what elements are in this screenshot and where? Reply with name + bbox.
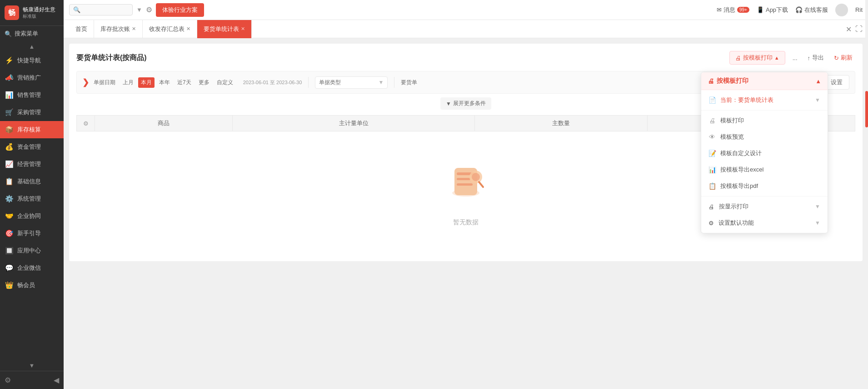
member-icon: 👑 <box>5 281 14 289</box>
sidebar-search-item[interactable]: 🔍 搜索菜单 <box>0 26 64 41</box>
sidebar-item-guide[interactable]: 🎯 新手引导 <box>0 225 64 242</box>
empty-illustration <box>443 159 489 213</box>
sidebar-scroll-down[interactable]: ▼ <box>0 360 64 371</box>
page-title: 要货单统计表(按商品) <box>76 53 147 63</box>
trial-btn[interactable]: 体验行业方案 <box>156 3 204 17</box>
tab-close-batch[interactable]: ✕ <box>132 26 136 32</box>
dropdown-item-template-preview[interactable]: 👁 模板预览 <box>701 129 828 145</box>
table-col-unit: 主计量单位 <box>232 116 475 131</box>
app-download-icon: 📱 <box>757 6 764 13</box>
page-content: 要货单统计表(按商品) 🖨 按模板打印 ▲ ... ↑ 导出 <box>64 38 868 389</box>
export-btn[interactable]: ↑ 导出 <box>805 52 827 64</box>
dropdown-item-template-custom[interactable]: 📝 模板自定义设计 <box>701 145 828 162</box>
dropdown-item-export-pdf[interactable]: 📋 按模板导出pdf <box>701 178 828 194</box>
table-settings-icon[interactable]: ⚙ <box>83 120 89 127</box>
date-btn-custom[interactable]: 自定义 <box>214 77 236 88</box>
print-arrow-up: ▲ <box>774 55 779 61</box>
tab-close-order-stats[interactable]: ✕ <box>241 26 245 32</box>
dropdown-current-section: 📄 当前：要货单统计表 ▼ <box>701 90 828 111</box>
dropdown-title: 🖨 按模板打印 <box>708 77 748 85</box>
system-icon: ⚙️ <box>5 195 14 203</box>
dropdown-item-export-excel[interactable]: 📊 按模板导出excel <box>701 162 828 178</box>
tab-home[interactable]: 首页 <box>69 20 94 38</box>
operations-icon: 📈 <box>5 160 14 168</box>
app-center-icon: 🔲 <box>5 247 14 255</box>
refresh-btn[interactable]: ↻ 刷新 <box>831 52 855 64</box>
tab-order-stats[interactable]: 要货单统计表 ✕ <box>197 20 252 38</box>
order-type-select[interactable]: 单据类型 ▼ <box>315 76 388 89</box>
headset-icon: 🎧 <box>795 6 803 13</box>
svg-line-7 <box>479 182 483 187</box>
template-preview-icon: 👁 <box>708 133 716 141</box>
user-avatar[interactable] <box>835 4 848 16</box>
right-scrollbar[interactable] <box>865 0 868 389</box>
sidebar-item-quick-nav[interactable]: ⚡ 快捷导航 <box>0 52 64 69</box>
tab-batch-account[interactable]: 库存批次账 ✕ <box>94 20 143 38</box>
main-area: 🔍 ▼ ⚙ 体验行业方案 ✉ 消息 99+ 📱 App下载 🎧 在线客服 Rit <box>64 0 868 389</box>
topbar-search-box[interactable]: 🔍 <box>69 4 133 15</box>
sidebar-item-marketing[interactable]: 📣 营销推广 <box>0 69 64 86</box>
date-btn-this-year[interactable]: 本年 <box>156 77 173 88</box>
set-default-arrow: ▼ <box>815 220 820 226</box>
date-btn-more[interactable]: 更多 <box>196 77 212 88</box>
dropdown-current-item[interactable]: 📄 当前：要货单统计表 ▼ <box>701 92 828 108</box>
sidebar-item-sales[interactable]: 📊 销售管理 <box>0 86 64 104</box>
topbar-search-input[interactable] <box>82 7 119 13</box>
sidebar-item-member[interactable]: 👑 畅会员 <box>0 277 64 294</box>
expand-conditions-btn[interactable]: ▼ 展开更多条件 <box>440 97 491 110</box>
sidebar-item-enterprise[interactable]: 🤝 企业协同 <box>0 207 64 225</box>
sidebar-item-enterprise-wechat[interactable]: 💬 企业微信 <box>0 259 64 277</box>
finance-icon: 💰 <box>5 143 14 151</box>
sales-icon: 📊 <box>5 91 14 99</box>
online-service-action[interactable]: 🎧 在线客服 <box>795 6 828 14</box>
sidebar-item-app-center[interactable]: 🔲 应用中心 <box>0 242 64 259</box>
order-type-arrow: ▼ <box>378 79 384 86</box>
sidebar-item-purchase[interactable]: 🛒 采购管理 <box>0 104 64 121</box>
sidebar-item-system[interactable]: ⚙️ 系统管理 <box>0 190 64 207</box>
dropdown-expand-icon[interactable]: ▲ <box>815 78 821 85</box>
filter-expand-arrow[interactable]: ❯ <box>82 77 89 87</box>
table-col-product: 商品 <box>95 116 233 131</box>
tab-maximize-btn[interactable]: ⛶ <box>855 25 863 33</box>
enterprise-icon: 🤝 <box>5 212 14 220</box>
sidebar-item-finance[interactable]: 💰 资金管理 <box>0 138 64 156</box>
table-col-settings: ⚙ <box>77 116 95 131</box>
message-badge: 99+ <box>737 7 749 13</box>
sidebar-item-operations[interactable]: 📈 经营管理 <box>0 156 64 173</box>
toolbar-right: 🖨 按模板打印 ▲ ... ↑ 导出 ↻ 刷新 <box>729 51 855 65</box>
right-scrollbar-thumb[interactable] <box>865 91 868 127</box>
sidebar-nav: ⚡ 快捷导航 📣 营销推广 📊 销售管理 🛒 采购管理 📦 库存核算 💰 资金管… <box>0 52 64 360</box>
sidebar-scroll-up[interactable]: ▲ <box>0 41 64 52</box>
app-download-action[interactable]: 📱 App下载 <box>757 6 788 14</box>
sidebar-settings-btn[interactable]: ⚙ <box>5 376 11 384</box>
print-template-btn[interactable]: 🖨 按模板打印 ▲ <box>729 51 785 65</box>
tab-controls: ✕ ⛶ <box>846 20 863 38</box>
logo-text: 畅康通好生意 标准版 <box>23 6 55 20</box>
tab-close-receipts[interactable]: ✕ <box>186 26 190 32</box>
message-action[interactable]: ✉ 消息 99+ <box>717 6 749 14</box>
export-excel-icon: 📊 <box>708 166 716 173</box>
current-icon: 📄 <box>708 96 716 104</box>
tab-receipts-summary[interactable]: 收发存汇总表 ✕ <box>143 20 197 38</box>
dropdown-display-print[interactable]: 🖨 按显示打印 ▼ <box>701 198 828 215</box>
sidebar-item-inventory[interactable]: 📦 库存核算 <box>0 121 64 138</box>
content-card: 要货单统计表(按商品) 🖨 按模板打印 ▲ ... ↑ 导出 <box>69 44 863 261</box>
sidebar-search-label: 搜索菜单 <box>15 30 38 38</box>
dropdown-set-default[interactable]: ⚙ 设置默认功能 ▼ <box>701 215 828 231</box>
sidebar-item-basic[interactable]: 📋 基础信息 <box>0 173 64 190</box>
template-print-icon: 🖨 <box>708 117 716 124</box>
topbar-dropdown-arrow[interactable]: ▼ <box>136 6 142 13</box>
sidebar-collapse-btn[interactable]: ◀ <box>54 376 59 384</box>
date-btn-this-month[interactable]: 本月 <box>138 77 155 88</box>
tab-close-all-btn[interactable]: ✕ <box>846 25 852 34</box>
more-btn[interactable]: ... <box>790 53 800 63</box>
svg-rect-4 <box>457 183 473 186</box>
enterprise-wechat-icon: 💬 <box>5 264 14 272</box>
date-btn-7days[interactable]: 近7天 <box>175 77 194 88</box>
purchase-icon: 🛒 <box>5 108 14 116</box>
dropdown-header: 🖨 按模板打印 ▲ <box>701 72 828 90</box>
topbar-gear-icon[interactable]: ⚙ <box>146 5 152 14</box>
dropdown-item-template-print[interactable]: 🖨 模板打印 <box>701 112 828 129</box>
date-btn-last-month[interactable]: 上月 <box>120 77 136 88</box>
message-icon: ✉ <box>717 6 722 13</box>
